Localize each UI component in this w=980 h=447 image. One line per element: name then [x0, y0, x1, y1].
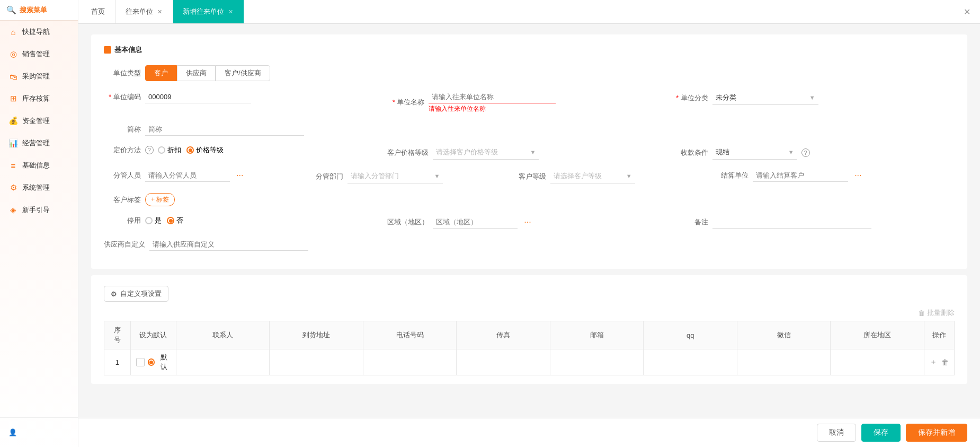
- phone-input[interactable]: [369, 358, 451, 366]
- settlement-more-btn[interactable]: ···: [852, 171, 863, 180]
- no-radio[interactable]: [167, 217, 174, 224]
- discount-radio[interactable]: [158, 146, 165, 154]
- sidebar-item-purchase[interactable]: 🛍 采购管理: [0, 65, 78, 87]
- customer-level-label: 客户等级: [509, 172, 546, 181]
- sidebar-item-sales[interactable]: ◎ 销售管理: [0, 43, 78, 65]
- sidebar-item-label: 系统管理: [22, 183, 50, 192]
- settlement-unit-label: 结算单位: [711, 171, 749, 180]
- tab-counterparty-close[interactable]: ✕: [156, 7, 163, 16]
- tab-counterparty[interactable]: 往来单位 ✕: [116, 0, 173, 23]
- sidebar-item-inventory[interactable]: ⊞ 库存核算: [0, 87, 78, 110]
- unit-type-both[interactable]: 客户/供应商: [216, 65, 270, 81]
- area-input[interactable]: [433, 216, 518, 229]
- sidebar-search[interactable]: 🔍 搜索菜单: [0, 0, 78, 21]
- payment-terms-value: 现结: [716, 147, 786, 157]
- remark-field: 备注: [671, 216, 955, 229]
- sidebar-item-label: 快捷导航: [22, 27, 50, 37]
- unit-type-supplier[interactable]: 供应商: [177, 65, 216, 81]
- yes-radio[interactable]: [145, 217, 153, 224]
- pricing-discount[interactable]: 折扣: [158, 145, 181, 155]
- chevron-down-icon5: ▼: [626, 173, 632, 179]
- pricing-row: 定价方法 ? 折扣 价格等级 客户价格等级: [104, 145, 955, 160]
- customer-level-select[interactable]: 请选择客户等级 ▼: [550, 169, 635, 183]
- disabled-no[interactable]: 否: [167, 216, 183, 225]
- cell-action: ＋ 🗑: [924, 349, 954, 375]
- cell-contact: [176, 349, 270, 375]
- short-name-label: 简称: [104, 125, 141, 134]
- save-new-button[interactable]: 保存并新增: [906, 424, 967, 442]
- area-table-input[interactable]: [836, 358, 919, 366]
- supplier-custom-field: 供应商自定义: [104, 238, 955, 251]
- section-title: 基本信息: [104, 45, 955, 55]
- row-checkbox[interactable]: [136, 358, 145, 366]
- unit-category-select[interactable]: 未分类 ▼: [712, 91, 818, 105]
- unit-category-value: 未分类: [716, 93, 807, 102]
- add-row-icon[interactable]: ＋: [930, 357, 937, 367]
- chevron-down-icon4: ▼: [434, 173, 440, 179]
- unit-type-customer[interactable]: 客户: [145, 65, 177, 81]
- add-tag-button[interactable]: + 标签: [145, 193, 175, 206]
- sidebar-item-basic[interactable]: ≡ 基础信息: [0, 154, 78, 177]
- operations-icon: 📊: [8, 138, 18, 148]
- payment-terms-select[interactable]: 现结 ▼: [712, 145, 797, 160]
- contact-input[interactable]: [182, 358, 264, 366]
- sidebar-item-label: 经营管理: [22, 138, 50, 148]
- default-radio[interactable]: [148, 358, 155, 366]
- pricing-method-field: 定价方法 ? 折扣 价格等级: [104, 145, 387, 155]
- sidebar-bottom-left[interactable]: 👤: [0, 422, 78, 443]
- tab-bar: 首页 往来单位 ✕ 新增往来单位 ✕ ✕: [78, 0, 980, 24]
- disabled-area-remark-row: 停用 是 否 区域（地区）: [104, 216, 955, 229]
- price-level-radio[interactable]: [186, 146, 194, 154]
- cell-area: [831, 349, 924, 375]
- disabled-yes[interactable]: 是: [145, 216, 162, 225]
- department-select[interactable]: 请输入分管部门 ▼: [348, 169, 443, 183]
- custom-settings-button[interactable]: ⚙ 自定义项设置: [104, 286, 168, 302]
- email-input[interactable]: [556, 358, 638, 366]
- save-button[interactable]: 保存: [861, 424, 901, 442]
- unit-code-field: 单位编码: [104, 91, 387, 103]
- pricing-help-icon[interactable]: ?: [145, 146, 154, 154]
- no-label: 否: [176, 216, 183, 225]
- cell-phone: [363, 349, 457, 375]
- short-name-input[interactable]: [145, 123, 304, 136]
- sidebar-item-quick-nav[interactable]: ⌂ 快捷导航: [0, 21, 78, 43]
- settlement-unit-input[interactable]: [753, 169, 848, 182]
- remark-input[interactable]: [712, 216, 871, 229]
- customer-price-level-placeholder: 请选择客户价格等级: [436, 147, 528, 157]
- unit-name-input[interactable]: [429, 91, 556, 103]
- batch-delete-label[interactable]: 批量删除: [927, 308, 955, 318]
- manager-input[interactable]: [145, 169, 230, 182]
- manager-more-btn[interactable]: ···: [234, 171, 245, 180]
- wechat-input[interactable]: [743, 358, 825, 366]
- sidebar-item-system[interactable]: ⚙ 系统管理: [0, 177, 78, 199]
- area-more-btn[interactable]: ···: [522, 217, 533, 227]
- unit-type-label: 单位类型: [104, 68, 141, 78]
- section-title-icon: [104, 46, 111, 54]
- delete-row-icon[interactable]: 🗑: [941, 358, 949, 366]
- customer-price-level-select[interactable]: 请选择客户价格等级 ▼: [433, 145, 539, 160]
- department-field: 分管部门 请输入分管部门 ▼: [306, 169, 509, 183]
- default-radio-item[interactable]: 默认: [148, 353, 171, 372]
- manager-field: 分管人员 ···: [104, 169, 306, 182]
- col-wechat: 微信: [737, 321, 831, 349]
- qq-input[interactable]: [649, 358, 732, 366]
- unit-code-input[interactable]: [145, 91, 251, 103]
- delete-icon: 🗑: [918, 309, 925, 317]
- fax-input[interactable]: [462, 358, 545, 366]
- tab-home[interactable]: 首页: [81, 0, 116, 23]
- address-input[interactable]: [275, 358, 358, 366]
- tab-new-counterparty-close[interactable]: ✕: [227, 7, 234, 16]
- payment-terms-field: 收款条件 现结 ▼ ?: [671, 145, 955, 160]
- supplier-custom-input[interactable]: [149, 238, 308, 251]
- form-content: 基本信息 单位类型 客户 供应商 客户/供应商 单位编码: [78, 24, 980, 418]
- sidebar-item-operations[interactable]: 📊 经营管理: [0, 132, 78, 154]
- sidebar-item-finance[interactable]: 💰 资金管理: [0, 110, 78, 132]
- cancel-button[interactable]: 取消: [817, 424, 856, 442]
- customer-level-placeholder: 请选择客户等级: [554, 171, 624, 181]
- tab-new-counterparty[interactable]: 新增往来单位 ✕: [173, 0, 244, 23]
- sidebar-item-guide[interactable]: ◈ 新手引导: [0, 199, 78, 221]
- payment-terms-help-icon[interactable]: ?: [801, 148, 810, 157]
- unit-type-row: 单位类型 客户 供应商 客户/供应商: [104, 65, 955, 81]
- pricing-level[interactable]: 价格等级: [186, 145, 224, 155]
- window-close-button[interactable]: ✕: [956, 7, 978, 17]
